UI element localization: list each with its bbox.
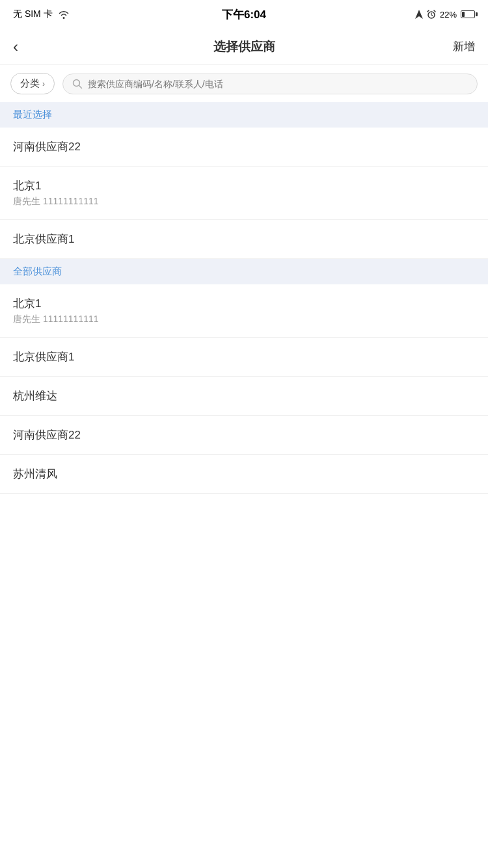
- status-bar: 无 SIM 卡 下午6:04 22%: [0, 0, 488, 29]
- item-contact: 唐先生 11111111111: [13, 196, 475, 208]
- list-item[interactable]: 北京1 唐先生 11111111111: [0, 167, 488, 220]
- wifi-icon: [58, 10, 70, 19]
- item-name: 杭州维达: [13, 388, 475, 403]
- list-item[interactable]: 北京供应商1: [0, 338, 488, 377]
- status-time: 下午6:04: [222, 7, 266, 22]
- nav-bar: ‹ 选择供应商 新增: [0, 29, 488, 65]
- location-icon: [415, 10, 423, 19]
- list-item[interactable]: 苏州清风: [0, 455, 488, 494]
- battery-icon: [461, 10, 475, 18]
- alarm-icon: [427, 10, 436, 19]
- list-item[interactable]: 河南供应商22: [0, 128, 488, 167]
- item-name: 河南供应商22: [13, 139, 475, 154]
- chevron-right-icon: ›: [42, 79, 45, 88]
- item-name: 北京1: [13, 296, 475, 311]
- list-item[interactable]: 河南供应商22: [0, 416, 488, 455]
- item-contact: 唐先生 11111111111: [13, 314, 475, 325]
- search-icon: [72, 79, 83, 89]
- filter-bar: 分类 ›: [0, 65, 488, 102]
- page-title: 选择供应商: [213, 38, 275, 55]
- battery-percentage: 22%: [440, 10, 457, 20]
- item-name: 河南供应商22: [13, 427, 475, 442]
- back-button[interactable]: ‹: [8, 33, 23, 61]
- carrier-label: 无 SIM 卡: [13, 8, 53, 20]
- item-name: 北京供应商1: [13, 232, 475, 247]
- status-left: 无 SIM 卡: [13, 8, 70, 20]
- item-name: 北京1: [13, 178, 475, 193]
- list-item[interactable]: 北京1 唐先生 11111111111: [0, 284, 488, 338]
- all-items-list: 北京1 唐先生 11111111111 北京供应商1 杭州维达 河南供应商22 …: [0, 284, 488, 494]
- status-right: 22%: [415, 10, 475, 20]
- add-button[interactable]: 新增: [453, 39, 475, 54]
- all-section-header: 全部供应商: [0, 259, 488, 284]
- search-input[interactable]: [88, 79, 468, 89]
- recent-items-list: 河南供应商22 北京1 唐先生 11111111111 北京供应商1: [0, 128, 488, 259]
- search-box: [62, 74, 478, 94]
- recent-section-header: 最近选择: [0, 102, 488, 128]
- item-name: 苏州清风: [13, 467, 475, 481]
- list-item[interactable]: 北京供应商1: [0, 220, 488, 259]
- list-item[interactable]: 杭州维达: [0, 377, 488, 416]
- all-section-label: 全部供应商: [13, 265, 62, 277]
- category-label: 分类: [20, 77, 40, 90]
- recent-section-label: 最近选择: [13, 109, 52, 120]
- item-name: 北京供应商1: [13, 349, 475, 364]
- category-button[interactable]: 分类 ›: [10, 73, 55, 94]
